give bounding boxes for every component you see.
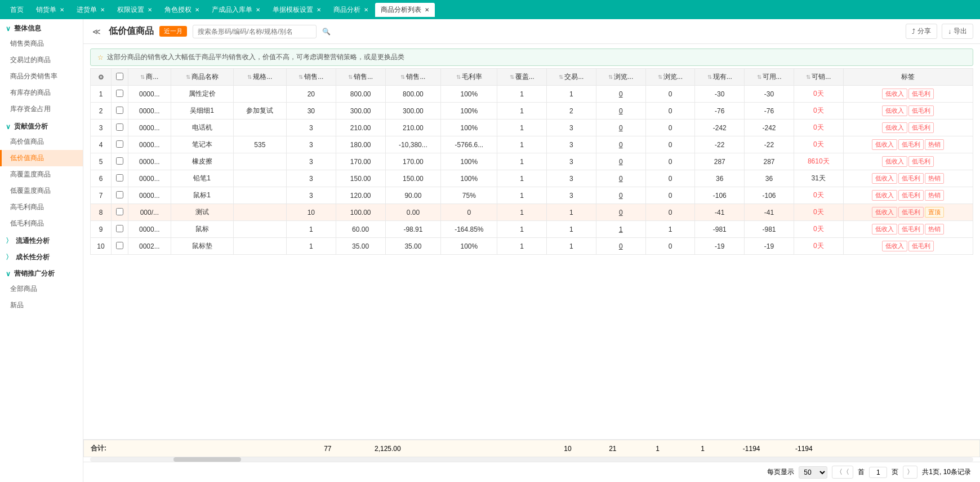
views-link[interactable]: 0 [619, 242, 623, 250]
group-toggle-contribution[interactable]: ∨ [6, 123, 11, 131]
per-page-select[interactable]: 50 100 200 [799, 466, 827, 479]
th-margin[interactable]: 毛利率 [441, 69, 497, 86]
sidebar-item-high-margin[interactable]: 高毛利商品 [0, 199, 83, 215]
row-checkbox[interactable] [116, 107, 123, 114]
row-checkbox-cell[interactable] [112, 153, 128, 170]
row-checkbox-cell[interactable] [112, 238, 128, 255]
group-toggle-marketing[interactable]: ∨ [6, 270, 11, 278]
th-cost[interactable]: 销售... [385, 69, 441, 86]
close-warehouse[interactable]: ✕ [256, 7, 260, 13]
nav-role[interactable]: 角色授权 ✕ [159, 3, 205, 17]
sidebar-item-high-value[interactable]: 高价值商品 [0, 134, 83, 150]
nav-home[interactable]: 首页 [5, 3, 29, 17]
views-link[interactable]: 0 [619, 175, 623, 183]
views-link[interactable]: 0 [619, 209, 623, 216]
th-views1[interactable]: 浏览... [596, 69, 645, 86]
th-sellable[interactable]: 可销... [794, 69, 843, 86]
views-link[interactable]: 0 [619, 90, 623, 98]
group-toggle-circulation[interactable]: 〉 [6, 236, 12, 246]
row-checkbox-cell[interactable] [112, 136, 128, 153]
row-checkbox-cell[interactable] [112, 187, 128, 204]
close-sales[interactable]: ✕ [60, 7, 64, 13]
th-spec[interactable]: 规格... [233, 69, 286, 86]
views-link[interactable]: 0 [619, 158, 623, 166]
row-checkbox-cell[interactable] [112, 120, 128, 136]
close-permission[interactable]: ✕ [148, 7, 152, 13]
collapse-sidebar-btn[interactable]: ≪ [90, 27, 103, 36]
sidebar-item-new-products[interactable]: 新品 [0, 297, 83, 313]
sidebar-group-growth[interactable]: 〉 成长性分析 [0, 248, 83, 264]
sidebar-item-low-margin[interactable]: 低毛利商品 [0, 215, 83, 232]
th-available[interactable]: 可用... [745, 69, 794, 86]
row-checkbox[interactable] [116, 174, 123, 182]
sidebar-item-low-value[interactable]: 低价值商品 [0, 150, 83, 166]
close-product-list[interactable]: ✕ [425, 7, 429, 13]
sidebar-group-marketing[interactable]: ∨ 营销推广分析 [0, 264, 83, 281]
views-link[interactable]: 1 [619, 225, 623, 233]
share-button[interactable]: ⤴ 分享 [906, 24, 937, 39]
row-checkbox-cell[interactable] [112, 170, 128, 187]
th-checkbox[interactable] [112, 69, 128, 86]
sidebar-item-with-stock[interactable]: 有库存的商品 [0, 85, 83, 101]
row-views1[interactable]: 0 [596, 136, 645, 153]
row-views1[interactable]: 0 [596, 204, 645, 221]
nav-product-analysis[interactable]: 商品分析 ✕ [328, 3, 374, 17]
nav-warehouse[interactable]: 产成品入库单 ✕ [206, 3, 266, 17]
page-input[interactable] [869, 467, 887, 478]
th-code[interactable]: 商... [128, 69, 171, 86]
row-checkbox-cell[interactable] [112, 103, 128, 120]
row-checkbox[interactable] [116, 157, 123, 165]
close-template[interactable]: ✕ [317, 7, 321, 13]
th-price[interactable]: 销售... [336, 69, 385, 86]
th-stock[interactable]: 现有... [695, 69, 745, 86]
row-checkbox[interactable] [116, 191, 123, 198]
row-views1[interactable]: 0 [596, 120, 645, 136]
group-toggle-growth[interactable]: 〉 [6, 253, 12, 262]
row-checkbox[interactable] [116, 242, 123, 249]
row-views1[interactable]: 1 [596, 221, 645, 238]
row-checkbox-cell[interactable] [112, 221, 128, 238]
sidebar-item-category-rate[interactable]: 商品分类销售率 [0, 68, 83, 85]
views-link[interactable]: 0 [619, 107, 623, 115]
select-all-checkbox[interactable] [116, 73, 123, 80]
sidebar-group-contribution[interactable]: ∨ 贡献值分析 [0, 117, 83, 134]
first-page-btn[interactable]: 〈〈 [832, 466, 853, 479]
views-link[interactable]: 0 [619, 192, 623, 200]
row-views1[interactable]: 0 [596, 238, 645, 255]
views-link[interactable]: 0 [619, 124, 623, 132]
th-qty[interactable]: 销售... [286, 69, 336, 86]
row-checkbox[interactable] [116, 123, 123, 131]
sidebar-item-sales-category[interactable]: 销售类商品 [0, 36, 83, 52]
sidebar-item-traded[interactable]: 交易过的商品 [0, 52, 83, 68]
row-checkbox[interactable] [116, 90, 123, 97]
row-views1[interactable]: 0 [596, 103, 645, 120]
row-views1[interactable]: 0 [596, 153, 645, 170]
sidebar-item-high-coverage[interactable]: 高覆盖度商品 [0, 166, 83, 183]
sidebar-group-overview[interactable]: ∨ 整体信息 [0, 19, 83, 36]
sidebar-group-circulation[interactable]: 〉 流通性分析 [0, 232, 83, 248]
row-checkbox[interactable] [116, 225, 123, 232]
th-views2[interactable]: 浏览... [645, 69, 695, 86]
search-icon[interactable]: 🔍 [322, 28, 331, 36]
th-trade[interactable]: 交易... [547, 69, 596, 86]
group-toggle-overview[interactable]: ∨ [6, 25, 11, 33]
nav-permission[interactable]: 权限设置 ✕ [112, 3, 158, 17]
next-page-btn[interactable]: 〉 [903, 466, 917, 479]
sidebar-item-low-coverage[interactable]: 低覆盖度商品 [0, 183, 83, 199]
close-role[interactable]: ✕ [195, 7, 199, 13]
views-link[interactable]: 0 [619, 141, 623, 149]
th-name[interactable]: 商品名称 [171, 69, 233, 86]
nav-template[interactable]: 单据模板设置 ✕ [267, 3, 327, 17]
row-views1[interactable]: 0 [596, 170, 645, 187]
row-checkbox[interactable] [116, 140, 123, 148]
nav-purchase[interactable]: 进货单 ✕ [71, 3, 110, 17]
row-views1[interactable]: 0 [596, 86, 645, 103]
nav-sales[interactable]: 销货单 ✕ [30, 3, 70, 17]
row-checkbox-cell[interactable] [112, 86, 128, 103]
sidebar-item-all-products[interactable]: 全部商品 [0, 281, 83, 297]
row-checkbox-cell[interactable] [112, 204, 128, 221]
nav-product-list[interactable]: 商品分析列表 ✕ [375, 3, 435, 17]
sidebar-item-stock-funds[interactable]: 库存资金占用 [0, 101, 83, 117]
close-product-analysis[interactable]: ✕ [364, 7, 368, 13]
period-badge[interactable]: 近一月 [159, 26, 187, 37]
